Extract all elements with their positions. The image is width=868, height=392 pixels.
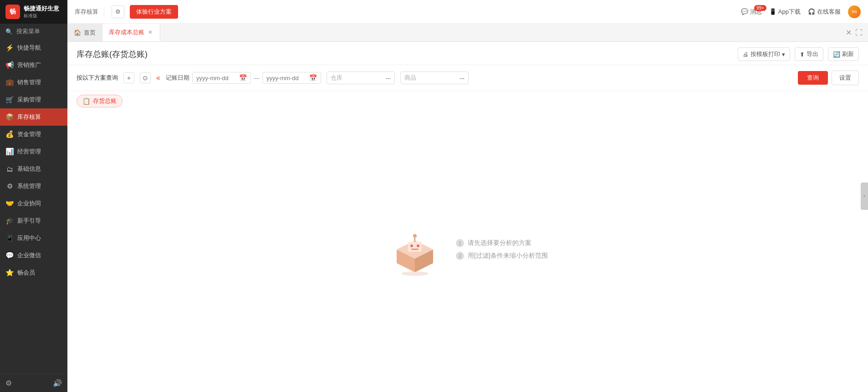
tab-close-all-icon[interactable]: ✕ <box>846 28 852 37</box>
app-download-item[interactable]: 📱 App下载 <box>769 8 801 16</box>
member-icon: ⭐ <box>5 269 14 277</box>
filter-bar: 按以下方案查询 + ⊙ « 记账日期 📅 — 📅 仓库 ··· <box>67 65 868 91</box>
calendar-start-icon[interactable]: 📅 <box>239 74 247 81</box>
svg-point-7 <box>417 244 419 247</box>
search-menu[interactable]: 🔍 搜索菜单 <box>0 24 67 39</box>
quick-nav-icon: ⚡ <box>5 44 14 52</box>
sidebar-item-purchase[interactable]: 🛒 采购管理 <box>0 91 67 108</box>
message-icon: 💬 <box>741 8 748 15</box>
tab-close-btn[interactable]: ✕ <box>147 29 153 36</box>
svg-point-6 <box>410 244 413 247</box>
sidebar-item-finance[interactable]: 💰 资金管理 <box>0 126 67 143</box>
sidebar-item-basic-info[interactable]: 🗂 基础信息 <box>0 160 67 178</box>
tab-expand-icon[interactable]: ⛶ <box>855 29 863 37</box>
sidebar-item-app-center[interactable]: 📱 应用中心 <box>0 229 67 247</box>
export-button[interactable]: ⬆ 导出 <box>795 47 823 61</box>
sidebar-item-operation[interactable]: 📊 经营管理 <box>0 143 67 160</box>
inventory-icon: 📦 <box>5 113 14 121</box>
content-area: 库存总账(存货总账) 🖨 按模板打印 ▾ ⬆ 导出 🔄 刷新 按以下方案查询 <box>67 42 868 392</box>
phone-icon: 📱 <box>769 8 776 15</box>
sidebar-item-member[interactable]: ⭐ 畅会员 <box>0 264 67 281</box>
product-select[interactable]: 商品 ··· <box>400 71 469 84</box>
date-end-wrap[interactable]: 📅 <box>262 72 321 84</box>
filter-label: 按以下方案查询 <box>77 74 118 82</box>
operation-icon: 📊 <box>5 148 14 156</box>
scheme-chip-icon: 📋 <box>82 97 90 105</box>
sidebar-item-sales[interactable]: 💼 销售管理 <box>0 74 67 91</box>
sidebar-item-enterprise[interactable]: 🤝 企业协同 <box>0 195 67 212</box>
sidebar-item-inventory[interactable]: 📦 库存核算 <box>0 108 67 126</box>
date-filter-label: 记账日期 <box>166 74 189 82</box>
query-button[interactable]: 查询 <box>798 71 828 85</box>
empty-hint-1: 1 请先选择要分析的方案 <box>456 239 548 247</box>
svg-rect-8 <box>411 249 419 250</box>
industry-solution-button[interactable]: 体验行业方案 <box>130 5 178 19</box>
empty-text-list: 1 请先选择要分析的方案 2 用[过滤]条件来缩小分析范围 <box>456 239 548 265</box>
right-panel-toggle[interactable]: › <box>861 183 868 210</box>
purchase-icon: 🛒 <box>5 96 14 104</box>
tab-inventory-ledger[interactable]: 库存成本总账 ✕ <box>102 24 160 41</box>
refresh-icon: 🔄 <box>833 51 840 58</box>
enterprise-icon: 🤝 <box>5 199 14 208</box>
wechat-icon: 💬 <box>5 251 14 260</box>
page-actions: 🖨 按模板打印 ▾ ⬆ 导出 🔄 刷新 <box>738 47 859 61</box>
app-logo: 畅 畅捷通好生意 标准版 <box>0 0 67 24</box>
search-icon: 🔍 <box>5 28 13 35</box>
user-avatar[interactable]: Rit <box>848 5 861 18</box>
empty-illustration <box>388 224 442 279</box>
message-badge-item[interactable]: 💬 消息 99+ <box>741 8 762 16</box>
guide-icon: 🎓 <box>5 217 14 225</box>
marketing-icon: 📢 <box>5 61 14 69</box>
tabs-bar: 🏠 首页 库存成本总账 ✕ ✕ ⛶ <box>67 24 868 42</box>
print-button[interactable]: 🖨 按模板打印 ▾ <box>738 47 790 61</box>
date-start-wrap[interactable]: 📅 <box>192 72 251 84</box>
date-end-input[interactable] <box>266 75 307 81</box>
avatar-placeholder: Rit <box>848 5 861 18</box>
empty-state: 1 请先选择要分析的方案 2 用[过滤]条件来缩小分析范围 <box>67 111 868 392</box>
filter-settings-button[interactable]: 设置 <box>832 71 859 85</box>
scheme-row: 📋 存货总账 <box>67 91 868 111</box>
filter-collapse-btn[interactable]: « <box>156 74 160 82</box>
settings-footer-icon[interactable]: ⚙ <box>5 379 12 387</box>
topbar: 库存核算 ⚙ 体验行业方案 💬 消息 99+ 📱 App下载 🎧 在线客服 <box>67 0 868 24</box>
headset-icon: 🎧 <box>808 8 815 15</box>
sidebar-item-system[interactable]: ⚙ 系统管理 <box>0 178 67 195</box>
speaker-footer-icon[interactable]: 🔊 <box>53 379 62 387</box>
print-icon: 🖨 <box>743 51 749 58</box>
topbar-right: 💬 消息 99+ 📱 App下载 🎧 在线客服 Rit <box>741 5 861 18</box>
product-more-btn[interactable]: ··· <box>460 75 465 81</box>
date-start-input[interactable] <box>196 75 237 81</box>
basic-info-icon: 🗂 <box>5 165 14 173</box>
warehouse-more-btn[interactable]: ··· <box>386 75 391 81</box>
logo-text: 畅捷通好生意 标准版 <box>24 5 59 19</box>
date-separator: — <box>254 75 260 81</box>
page-title: 库存总账(存货总账) <box>77 49 148 60</box>
sidebar: 畅 畅捷通好生意 标准版 🔍 搜索菜单 ⚡ 快捷导航 📢 营销推广 💼 销售管理… <box>0 0 67 392</box>
date-filter-item: 记账日期 📅 — 📅 <box>166 72 321 84</box>
right-chevron-icon: › <box>863 193 865 199</box>
sidebar-item-marketing[interactable]: 📢 营销推广 <box>0 56 67 74</box>
topbar-settings-btn[interactable]: ⚙ <box>112 5 124 18</box>
calendar-end-icon[interactable]: 📅 <box>309 74 317 81</box>
sidebar-item-wechat[interactable]: 💬 企业微信 <box>0 247 67 264</box>
finance-icon: 💰 <box>5 130 14 138</box>
online-service-item[interactable]: 🎧 在线客服 <box>808 8 841 16</box>
print-dropdown-icon: ▾ <box>782 51 785 58</box>
scheme-chip[interactable]: 📋 存货总账 <box>77 95 123 107</box>
sidebar-nav: ⚡ 快捷导航 📢 营销推广 💼 销售管理 🛒 采购管理 📦 库存核算 💰 资金管… <box>0 39 67 374</box>
logo-icon: 畅 <box>5 5 20 19</box>
export-icon: ⬆ <box>800 51 805 58</box>
filter-add-btn[interactable]: + <box>123 72 134 83</box>
svg-point-11 <box>401 271 429 276</box>
warehouse-select[interactable]: 仓库 ··· <box>327 71 395 84</box>
system-icon: ⚙ <box>5 182 14 190</box>
home-icon: 🏠 <box>74 29 81 36</box>
breadcrumb: 库存核算 <box>75 8 98 16</box>
svg-rect-5 <box>408 242 422 252</box>
filter-actions: 查询 设置 <box>798 71 859 85</box>
refresh-button[interactable]: 🔄 刷新 <box>828 47 859 61</box>
tab-home[interactable]: 🏠 首页 <box>67 24 102 41</box>
sidebar-item-quick-nav[interactable]: ⚡ 快捷导航 <box>0 39 67 56</box>
filter-scheme-btn[interactable]: ⊙ <box>140 72 151 83</box>
sidebar-item-guide[interactable]: 🎓 新手引导 <box>0 212 67 229</box>
